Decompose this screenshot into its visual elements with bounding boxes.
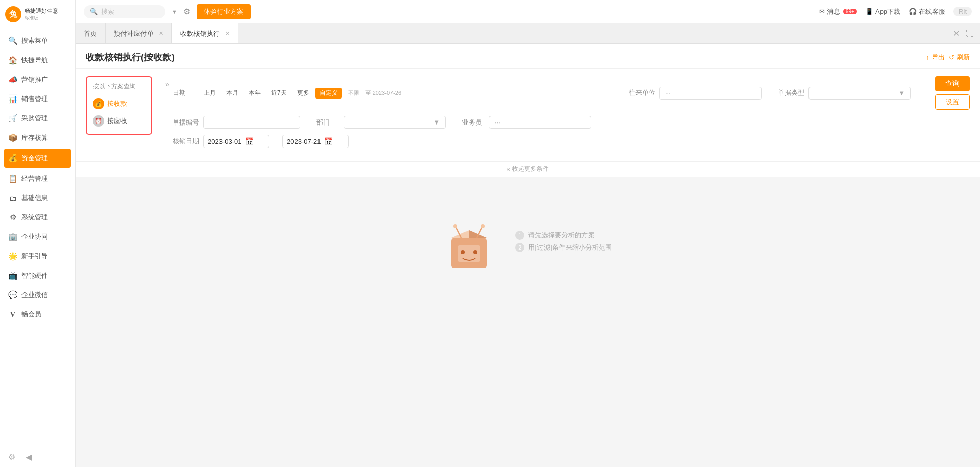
filter-field-docno: 单据编号 [173, 116, 300, 129]
svg-point-4 [461, 250, 465, 254]
setting-button[interactable]: 设置 [935, 94, 970, 110]
sidebar-item-member[interactable]: V 畅会员 [0, 305, 75, 324]
date-custom-btn[interactable]: 自定义 [315, 88, 342, 99]
dropdown-chevron-icon[interactable]: ▼ [172, 9, 177, 15]
collapse-more-btn[interactable]: « 收起更多条件 [507, 165, 549, 174]
filter-field-doctype: 单据类型 ▼ [778, 87, 911, 100]
filter-row-1: 日期 上月 本月 本年 近7天 更多 自定义 不限 至 2023-07-26 [173, 76, 970, 110]
refresh-label: 刷新 [957, 53, 970, 62]
dept-select[interactable]: ▼ [344, 116, 446, 129]
sidebar-item-corp[interactable]: 🏢 企业协同 [0, 227, 75, 247]
settings-icon[interactable]: ⚙ [8, 452, 15, 462]
tab-expand-icon[interactable]: ⛶ [964, 27, 976, 40]
tab-collection-close-icon[interactable]: ✕ [225, 30, 230, 37]
message-button[interactable]: ✉ 消息 99+ [819, 7, 857, 16]
service-icon: 🎧 [909, 8, 917, 15]
tab-close-all-icon[interactable]: ✕ [951, 27, 962, 40]
sidebar-item-label: 搜索菜单 [21, 36, 48, 45]
solution-button[interactable]: 体验行业方案 [197, 4, 251, 19]
tab-prepay-close-icon[interactable]: ✕ [159, 30, 163, 37]
tab-home[interactable]: 首页 [76, 23, 106, 43]
user-profile[interactable]: Rit [953, 7, 972, 16]
export-button[interactable]: ↑ 导出 [926, 53, 945, 62]
sales-icon: 📊 [8, 94, 17, 104]
online-service-button[interactable]: 🎧 在线客服 [909, 7, 945, 16]
svg-point-7 [453, 224, 457, 228]
filter-option-by-receipt[interactable]: 💰 按收款 [87, 95, 151, 112]
date-prev-month-btn[interactable]: 上月 [200, 88, 220, 99]
svg-rect-3 [458, 245, 480, 262]
docno-input[interactable] [203, 116, 300, 129]
empty-texts: 1 请先选择要分析的方案 2 用[过滤]条件来缩小分析范围 [515, 231, 611, 255]
sidebar-item-basic[interactable]: 🗂 基础信息 [0, 188, 75, 208]
sidebar-item-system[interactable]: ⚙ 系统管理 [0, 208, 75, 227]
empty-svg [444, 217, 495, 274]
date-no-limit-text: 不限 [348, 89, 359, 97]
verifydate-start-value: 2023-03-01 [208, 138, 242, 145]
docno-label: 单据编号 [173, 118, 199, 127]
empty-state: 1 请先选择要分析的方案 2 用[过滤]条件来缩小分析范围 [76, 177, 980, 309]
search-icon: 🔍 [8, 36, 17, 45]
guide-icon: 🌟 [8, 252, 17, 261]
sidebar-item-label: 企业协同 [21, 232, 48, 241]
topbar-right: ✉ 消息 99+ 📱 App下载 🎧 在线客服 Rit [819, 7, 972, 16]
verifydate-start-input[interactable]: 2023-03-01 📅 [203, 135, 270, 148]
counterpart-label: 往来单位 [629, 88, 655, 97]
filter-option-by-receivable[interactable]: ⏰ 按应收 [87, 112, 151, 130]
doctype-select[interactable]: ▼ [808, 87, 911, 100]
dept-chevron-icon: ▼ [433, 118, 440, 126]
counterpart-select[interactable]: ··· [659, 87, 762, 100]
collapse-row: « 收起更多条件 [76, 161, 980, 177]
refresh-icon: ↺ [949, 54, 954, 61]
sidebar-item-operation[interactable]: 📋 经营管理 [0, 169, 75, 188]
tab-prepay[interactable]: 预付冲应付单 ✕ [106, 23, 172, 43]
sidebar-item-label: 企业微信 [21, 290, 48, 300]
query-button[interactable]: 查询 [935, 76, 970, 91]
operation-icon: 📋 [8, 174, 17, 183]
tab-collection[interactable]: 收款核销执行 ✕ [172, 23, 238, 43]
verifydate-end-input[interactable]: 2023-07-21 📅 [282, 135, 349, 148]
sidebar-item-quicknav[interactable]: 🏠 快捷导航 [0, 51, 75, 70]
filter-field-salesperson: 业务员 ··· [462, 116, 591, 129]
date-this-month-btn[interactable]: 本月 [222, 88, 242, 99]
sidebar-item-sales[interactable]: 📊 销售管理 [0, 89, 75, 109]
sidebar-item-label: 资金管理 [21, 154, 48, 163]
user-label: Rit [959, 8, 967, 15]
export-icon: ↑ [926, 54, 930, 61]
verifydate-end-value: 2023-07-21 [287, 138, 321, 145]
filter-field-verifydate: 核销日期 2023-03-01 📅 — 2023-07-21 📅 [173, 135, 349, 148]
hint-num-2: 2 [515, 243, 524, 252]
collapse-chevron-icon: « [507, 166, 510, 173]
sidebar-item-marketing[interactable]: 📣 营销推广 [0, 70, 75, 89]
sidebar-item-wechat[interactable]: 💬 企业微信 [0, 285, 75, 305]
page-header: 收款核销执行(按收款) ↑ 导出 ↺ 刷新 [76, 44, 980, 69]
sidebar-item-purchase[interactable]: 🛒 采购管理 [0, 109, 75, 128]
refresh-button[interactable]: ↺ 刷新 [949, 53, 970, 62]
filter-scheme-sidebar: 按以下方案查询 💰 按收款 ⏰ 按应收 [86, 76, 152, 135]
sidebar-item-label: 系统管理 [21, 213, 48, 222]
date-last7-btn[interactable]: 近7天 [267, 88, 291, 99]
wechat-icon: 💬 [8, 290, 17, 300]
home-icon: 🏠 [8, 56, 17, 65]
salesperson-select[interactable]: ··· [489, 116, 591, 129]
sidebar-item-hardware[interactable]: 📺 智能硬件 [0, 266, 75, 285]
sidebar-item-label: 库存核算 [21, 133, 48, 142]
filter-sidebar-title: 按以下方案查询 [87, 81, 151, 95]
sidebar-item-guide[interactable]: 🌟 新手引导 [0, 247, 75, 266]
hint-num-1: 1 [515, 231, 524, 240]
sidebar-item-inventory[interactable]: 📦 库存核算 [0, 128, 75, 148]
sidebar-item-search[interactable]: 🔍 搜索菜单 [0, 31, 75, 51]
verifydate-range: 2023-03-01 📅 — 2023-07-21 📅 [203, 135, 349, 148]
sidebar-item-label: 销售管理 [21, 94, 48, 104]
gear-icon[interactable]: ⚙ [183, 7, 190, 16]
date-more-btn[interactable]: 更多 [293, 88, 313, 99]
hint-text-1: 请先选择要分析的方案 [528, 231, 595, 240]
topbar-search[interactable]: 🔍 搜索 [84, 5, 165, 18]
sidebar-item-finance[interactable]: 💰 资金管理 [4, 149, 71, 168]
collapse-sidebar-icon[interactable]: ◀ [26, 452, 32, 462]
date-this-year-btn[interactable]: 本年 [244, 88, 265, 99]
app-download-button[interactable]: 📱 App下载 [865, 7, 900, 16]
corp-icon: 🏢 [8, 232, 17, 241]
service-label: 在线客服 [919, 7, 945, 16]
filter-sidebar-collapse-icon[interactable]: » [162, 80, 173, 88]
